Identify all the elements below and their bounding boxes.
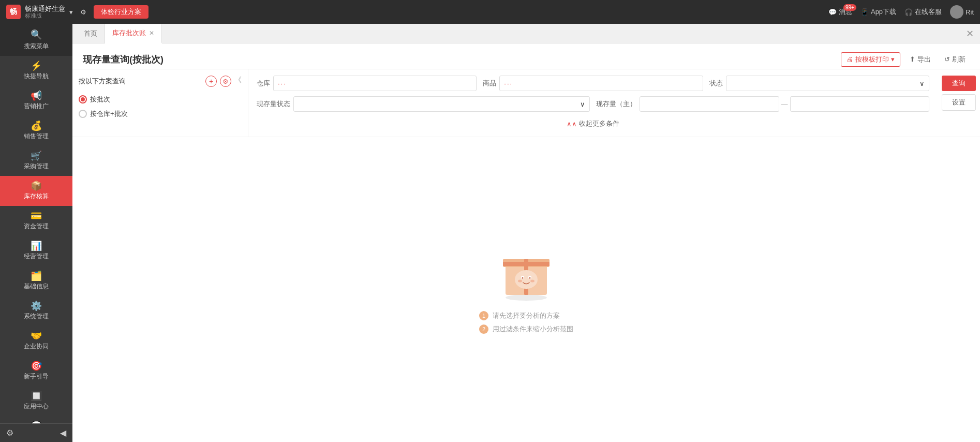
messages-button[interactable]: 💬 消息 99+ [828,7,852,17]
hint-num-1: 1 [479,311,488,320]
filter-product-field: 商品 ··· [483,76,703,91]
topbar-right: 💬 消息 99+ 📱 App下载 🎧 在线客服 Rit [828,5,974,19]
print-icon: 🖨 [847,55,853,63]
content-area: 首页 库存批次账 ✕ ✕ 现存量查询(按批次) 🖨 按模板打印 ▾ ⬆ 导出 [72,24,980,442]
tab-batch[interactable]: 库存批次账 ✕ [105,24,162,43]
sidebar-bottom: ⚙ ◀ [0,423,72,442]
stock-qty-label: 现存量（主） [596,99,636,109]
stock-status-arrow-icon: ∨ [580,100,585,108]
tab-close-icon[interactable]: ✕ [149,30,154,37]
messages-badge: 99+ [843,4,856,11]
filter-row-1: 仓库 ··· 商品 ··· 状态 [257,76,929,91]
filter-conditions: 仓库 ··· 商品 ··· 状态 [248,69,938,137]
scheme-settings-button[interactable]: ⚙ [220,76,231,87]
app-download-button[interactable]: 📱 App下载 [860,7,896,17]
tab-home-label: 首页 [84,29,97,38]
svg-point-9 [529,277,531,278]
stock-qty-min[interactable] [640,96,779,112]
experience-button[interactable]: 体验行业方案 [94,5,149,19]
warehouse-label: 仓库 [257,79,270,88]
tab-home[interactable]: 首页 [77,24,105,43]
svg-point-10 [518,279,522,282]
settings-icon[interactable]: ⚙ [6,428,13,438]
sidebar-item-sales[interactable]: 💰 销售管理 [0,116,72,146]
add-icon: + [209,77,213,85]
empty-illustration [495,246,557,303]
filter-collapse-button[interactable]: 《 [234,76,242,87]
scheme-item-warehouse-batch[interactable]: 按仓库+批次 [79,107,242,121]
filter-panel: 按以下方案查询 + ⚙ 《 按批次 [72,69,980,137]
sidebar-item-enterprise[interactable]: 🤝 企业协同 [0,326,72,356]
hint-1: 1 请先选择要分析的方案 [479,311,573,320]
tab-batch-label: 库存批次账 [112,28,146,38]
warehouse-input[interactable]: ··· [273,76,477,91]
user-name: Rit [966,8,974,16]
page-header: 现存量查询(按批次) 🖨 按模板打印 ▾ ⬆ 导出 ↺ 刷新 [72,43,980,69]
page-close-icon[interactable]: ✕ [964,28,976,39]
newbie-icon: 🎯 [31,361,42,371]
marketing-icon: 📢 [31,91,42,100]
print-button[interactable]: 🖨 按模板打印 ▾ [841,52,900,67]
refresh-button[interactable]: ↺ 刷新 [940,53,970,66]
filter-stock-status-field: 现存量状态 ∨ [257,96,590,112]
hint-text-1: 请先选择要分析的方案 [493,311,560,320]
sidebar-label: 企业协同 [24,342,49,351]
sidebar-label: 经营管理 [24,252,49,261]
sidebar-item-wechat[interactable]: 💬 企业微信 [0,416,72,423]
sidebar-label: 新手引导 [24,372,49,381]
svg-point-8 [522,277,524,278]
scheme-item-batch[interactable]: 按批次 [79,92,242,107]
online-service-button[interactable]: 🎧 在线客服 [904,7,942,17]
appstore-icon: 🔲 [31,391,42,401]
tab-bar: 首页 库存批次账 ✕ ✕ [72,24,980,43]
export-label: 导出 [917,55,931,64]
brand-name: 畅康通好生意 [25,5,65,13]
sales-icon: 💰 [31,121,42,130]
scheme-warehouse-batch-label: 按仓库+批次 [90,109,128,119]
stock-status-select[interactable]: ∨ [293,96,590,112]
print-dropdown-icon: ▾ [891,55,895,63]
sidebar-item-shortcuts[interactable]: ⚡ 快捷导航 [0,56,72,86]
collapse-sidebar-icon[interactable]: ◀ [60,428,66,438]
radio-active-icon [79,95,87,104]
status-arrow-icon: ∨ [919,80,925,87]
svg-point-11 [530,279,534,282]
radio-inactive-icon [79,110,87,118]
sidebar-item-system[interactable]: ⚙️ 系统管理 [0,296,72,326]
export-button[interactable]: ⬆ 导出 [905,53,935,66]
filter-status-field: 状态 ∨ [709,76,929,91]
action-buttons: 查询 设置 [938,69,980,137]
sidebar-item-finance[interactable]: 💳 资金管理 [0,206,72,236]
sidebar-label: 系统管理 [24,312,49,321]
status-select[interactable]: ∨ [726,76,929,91]
sidebar-item-appstore[interactable]: 🔲 应用中心 [0,386,72,416]
app-download-label: App下载 [871,7,896,17]
app-logo: 畅 [6,5,21,19]
page-title: 现存量查询(按批次) [83,53,164,66]
query-button[interactable]: 查询 [942,76,976,91]
topbar-dropdown[interactable]: ▾ [69,8,73,16]
product-input[interactable]: ··· [499,76,703,91]
filter-scheme-header: 按以下方案查询 + ⚙ 《 [79,76,242,87]
sidebar-item-inventory[interactable]: 📦 库存核算 [0,176,72,206]
topbar-gear-icon[interactable]: ⚙ [77,6,90,18]
stock-qty-max[interactable] [790,96,930,112]
sidebar-item-basic[interactable]: 🗂️ 基础信息 [0,266,72,296]
add-scheme-button[interactable]: + [205,76,217,87]
svg-rect-4 [503,262,550,266]
svg-point-0 [506,294,547,301]
collapse-more-button[interactable]: ∧∧ 收起更多条件 [257,117,929,130]
sidebar-item-newbie[interactable]: 🎯 新手引导 [0,356,72,386]
sidebar-label: 库存核算 [24,192,49,201]
settings-button[interactable]: 设置 [942,94,976,111]
user-profile[interactable]: Rit [950,5,974,19]
sidebar-item-operations[interactable]: 📊 经营管理 [0,236,72,266]
empty-box-svg [495,246,557,303]
sidebar-item-search[interactable]: 🔍 搜索菜单 [0,24,72,56]
sidebar-item-marketing[interactable]: 📢 营销推广 [0,86,72,116]
shortcuts-icon: ⚡ [31,61,42,70]
operations-icon: 📊 [31,241,42,251]
refresh-icon: ↺ [944,55,950,63]
sidebar-item-purchase[interactable]: 🛒 采购管理 [0,146,72,176]
hint-2: 2 用过滤条件来缩小分析范围 [479,325,573,334]
